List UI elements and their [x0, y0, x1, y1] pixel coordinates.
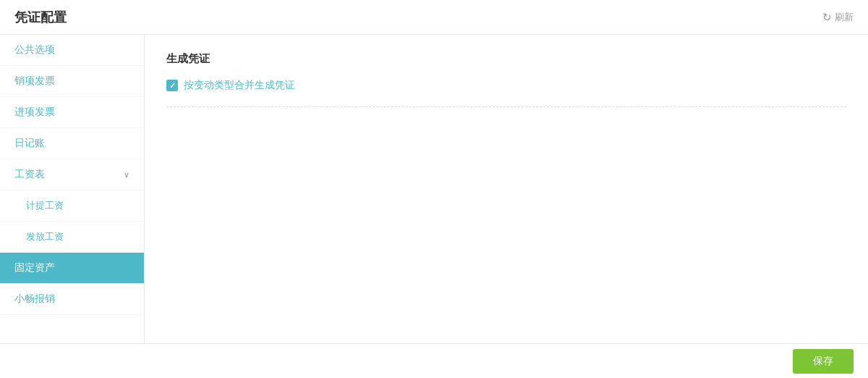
sidebar-item-label: 工资表	[14, 168, 45, 181]
sidebar-item-payroll-calc[interactable]: 计提工资	[0, 190, 144, 222]
page-title: 凭证配置	[14, 9, 67, 26]
merge-checkbox-label[interactable]: 按变动类型合并生成凭证	[184, 79, 295, 92]
footer: 保存	[0, 343, 868, 378]
sidebar-item-label: 日记账	[14, 137, 45, 150]
sidebar-item-sales-invoice[interactable]: 销项发票	[0, 66, 144, 97]
merge-checkbox[interactable]	[166, 80, 178, 91]
sidebar-item-purchase-invoice[interactable]: 进项发票	[0, 97, 144, 128]
content-area: 生成凭证 按变动类型合并生成凭证	[145, 35, 868, 343]
sidebar-item-payroll-issue[interactable]: 发放工资	[0, 222, 144, 253]
refresh-label: 刷新	[835, 11, 854, 24]
chevron-down-icon: ∨	[124, 170, 129, 180]
sidebar-item-label: 公共选项	[14, 43, 55, 56]
sidebar-item-label: 计提工资	[26, 199, 64, 212]
sidebar: 公共选项销项发票进项发票日记账工资表∨计提工资发放工资固定资产小畅报销	[0, 35, 145, 343]
main-layout: 公共选项销项发票进项发票日记账工资表∨计提工资发放工资固定资产小畅报销 生成凭证…	[0, 35, 868, 343]
sidebar-item-label: 进项发票	[14, 106, 55, 119]
sidebar-item-journal[interactable]: 日记账	[0, 128, 144, 159]
sidebar-item-label: 固定资产	[14, 261, 55, 274]
refresh-button[interactable]: ↻ 刷新	[822, 11, 854, 24]
sidebar-item-payroll-table[interactable]: 工资表∨	[0, 159, 144, 190]
save-button[interactable]: 保存	[793, 349, 854, 374]
header: 凭证配置 ↻ 刷新	[0, 0, 868, 35]
sidebar-item-expense-report[interactable]: 小畅报销	[0, 284, 144, 315]
sidebar-item-fixed-assets[interactable]: 固定资产	[0, 253, 144, 284]
sidebar-item-label: 发放工资	[26, 230, 64, 243]
divider	[166, 106, 846, 107]
refresh-icon: ↻	[822, 11, 832, 24]
checkbox-row[interactable]: 按变动类型合并生成凭证	[166, 79, 846, 92]
section-title: 生成凭证	[166, 52, 846, 66]
sidebar-item-public-options[interactable]: 公共选项	[0, 35, 144, 66]
sidebar-item-label: 小畅报销	[14, 293, 55, 306]
sidebar-item-label: 销项发票	[14, 75, 55, 88]
